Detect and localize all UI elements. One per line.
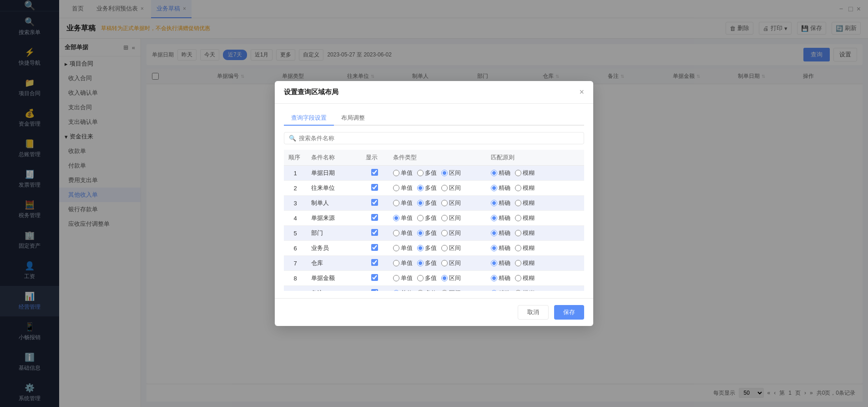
match-radio-label[interactable]: 精确 [491,169,510,177]
dialog-save-button[interactable]: 保存 [554,305,584,320]
type-radio[interactable] [417,215,424,221]
match-radio[interactable] [491,200,497,206]
type-radio-label[interactable]: 多值 [417,229,437,237]
dialog-tab-query-fields[interactable]: 查询字段设置 [284,111,334,126]
match-radio-label[interactable]: 精确 [491,184,510,192]
type-radio-label[interactable]: 区间 [441,199,461,207]
type-radio[interactable] [441,290,448,291]
match-radio-label[interactable]: 模糊 [515,229,535,237]
show-checkbox[interactable] [371,184,378,191]
match-radio[interactable] [515,245,521,251]
type-radio[interactable] [393,200,399,206]
type-radio-label[interactable]: 单值 [393,274,413,282]
match-radio-label[interactable]: 模糊 [515,169,535,177]
match-radio-label[interactable]: 模糊 [515,244,535,252]
type-radio-label[interactable]: 多值 [417,274,437,282]
show-checkbox[interactable] [371,169,378,176]
show-checkbox[interactable] [371,244,378,251]
type-radio-label[interactable]: 单值 [393,259,413,267]
type-radio-label[interactable]: 单值 [393,289,413,291]
type-radio[interactable] [441,215,448,221]
type-radio[interactable] [393,185,399,191]
match-radio[interactable] [491,215,497,221]
match-radio-label[interactable]: 精确 [491,259,510,267]
match-radio[interactable] [515,215,521,221]
type-radio[interactable] [417,230,424,236]
type-radio[interactable] [441,170,448,176]
match-radio[interactable] [515,230,521,236]
type-radio-label[interactable]: 单值 [393,214,413,222]
show-checkbox[interactable] [371,229,378,236]
show-checkbox[interactable] [371,259,378,266]
match-radio-label[interactable]: 模糊 [515,184,535,192]
show-checkbox[interactable] [371,199,378,206]
type-radio-label[interactable]: 多值 [417,214,437,222]
match-radio-label[interactable]: 精确 [491,199,510,207]
match-radio[interactable] [515,290,521,291]
match-radio[interactable] [515,260,521,266]
type-radio-label[interactable]: 区间 [441,259,461,267]
type-radio[interactable] [441,230,448,236]
type-radio-label[interactable]: 区间 [441,244,461,252]
dialog-tab-layout[interactable]: 布局调整 [334,111,372,126]
type-radio[interactable] [417,260,424,266]
type-radio-label[interactable]: 区间 [441,289,461,291]
type-radio-label[interactable]: 多值 [417,289,437,291]
match-radio[interactable] [515,185,521,191]
type-radio-label[interactable]: 区间 [441,274,461,282]
show-checkbox[interactable] [371,289,378,291]
match-radio-label[interactable]: 精确 [491,274,510,282]
type-radio[interactable] [393,170,399,176]
type-radio[interactable] [393,275,399,281]
match-radio-label[interactable]: 精确 [491,244,510,252]
type-radio[interactable] [441,245,448,251]
match-radio[interactable] [515,200,521,206]
type-radio-label[interactable]: 多值 [417,199,437,207]
match-radio[interactable] [515,170,521,176]
type-radio-label[interactable]: 单值 [393,244,413,252]
type-radio[interactable] [441,200,448,206]
match-radio-label[interactable]: 模糊 [515,214,535,222]
type-radio[interactable] [441,275,448,281]
match-radio-label[interactable]: 模糊 [515,274,535,282]
type-radio[interactable] [441,185,448,191]
type-radio-label[interactable]: 单值 [393,184,413,192]
match-radio-label[interactable]: 模糊 [515,289,535,291]
match-radio[interactable] [515,275,521,281]
match-radio[interactable] [491,230,497,236]
type-radio[interactable] [393,215,399,221]
type-radio[interactable] [393,230,399,236]
type-radio-label[interactable]: 区间 [441,184,461,192]
type-radio[interactable] [417,290,424,291]
type-radio[interactable] [417,275,424,281]
type-radio-label[interactable]: 单值 [393,229,413,237]
dialog-search-input[interactable] [299,135,579,142]
match-radio-label[interactable]: 精确 [491,229,510,237]
type-radio[interactable] [417,170,424,176]
type-radio[interactable] [417,245,424,251]
type-radio[interactable] [393,245,399,251]
match-radio-label[interactable]: 精确 [491,214,510,222]
match-radio[interactable] [491,275,497,281]
type-radio-label[interactable]: 多值 [417,259,437,267]
cancel-button[interactable]: 取消 [518,305,549,320]
dialog-close-button[interactable]: × [579,87,584,97]
match-radio[interactable] [491,185,497,191]
match-radio-label[interactable]: 模糊 [515,199,535,207]
type-radio-label[interactable]: 多值 [417,244,437,252]
type-radio-label[interactable]: 多值 [417,169,437,177]
match-radio-label[interactable]: 精确 [491,289,510,291]
match-radio[interactable] [491,260,497,266]
type-radio[interactable] [393,290,399,291]
show-checkbox[interactable] [371,274,378,281]
type-radio-label[interactable]: 多值 [417,184,437,192]
type-radio[interactable] [393,260,399,266]
type-radio-label[interactable]: 单值 [393,169,413,177]
match-radio[interactable] [491,170,497,176]
type-radio-label[interactable]: 区间 [441,169,461,177]
show-checkbox[interactable] [371,214,378,221]
match-radio-label[interactable]: 模糊 [515,259,535,267]
match-radio[interactable] [491,245,497,251]
type-radio[interactable] [417,200,424,206]
type-radio-label[interactable]: 单值 [393,199,413,207]
